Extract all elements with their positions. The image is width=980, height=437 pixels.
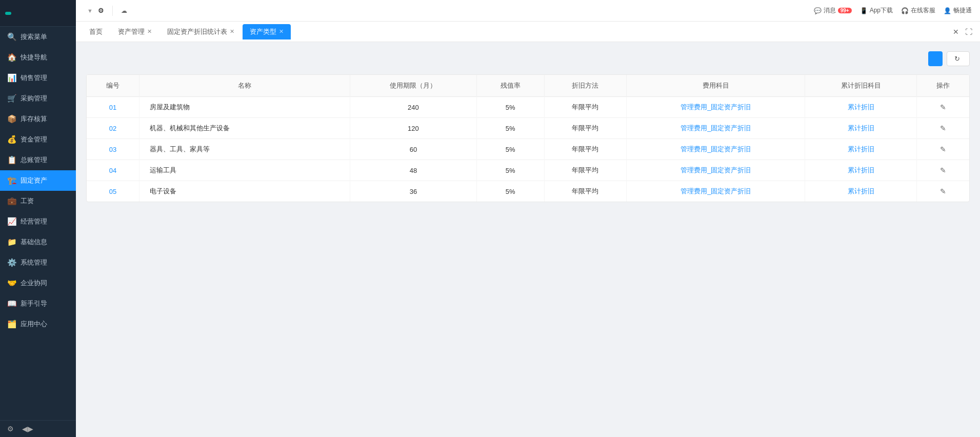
sidebar-label-sales: 销售管理 <box>21 73 47 83</box>
page-header: ↻ <box>86 51 970 66</box>
sidebar-footer: ⚙ ◀▶ <box>0 420 76 437</box>
customer-service-icon: 🎧 <box>901 7 909 14</box>
sidebar-item-operations[interactable]: 📈经营管理 <box>0 211 76 232</box>
purchase-icon: 🛒 <box>7 94 16 103</box>
col-header: 操作 <box>917 75 969 97</box>
app-download-item[interactable]: 📱 App下载 <box>860 6 893 15</box>
sidebar-item-salary[interactable]: 💼工资 <box>0 191 76 211</box>
cell-name: 房屋及建筑物 <box>139 97 350 118</box>
edit-icon[interactable]: ✎ <box>940 187 946 195</box>
cell-residual: 5% <box>476 139 544 160</box>
col-header: 累计折旧科目 <box>805 75 917 97</box>
cell-operation: ✎ <box>917 97 969 118</box>
topbar-divider <box>112 6 113 16</box>
search-icon: 🔍 <box>7 32 16 42</box>
cell-accum-subject: 累计折旧 <box>805 118 917 139</box>
close-tab-icon[interactable]: ✕ <box>951 26 961 37</box>
sidebar: 🔍搜索菜单🏠快捷导航📊销售管理🛒采购管理📦库存核算💰资金管理📋总账管理🏗️固定资… <box>0 0 76 437</box>
cell-operation: ✎ <box>917 160 969 181</box>
app-center-icon: 🗂️ <box>7 320 16 329</box>
cell-fee-subject: 管理费用_固定资产折旧 <box>627 181 805 202</box>
cell-residual: 5% <box>476 181 544 202</box>
cell-method: 年限平均 <box>544 118 627 139</box>
cell-period: 48 <box>350 160 476 181</box>
sidebar-item-fixed-assets[interactable]: 🏗️固定资产 <box>0 170 76 191</box>
sidebar-label-basic-info: 基础信息 <box>21 237 47 247</box>
sidebar-label-salary: 工资 <box>21 196 34 206</box>
content-area: ↻ 编号名称使用期限（月）残值率折旧方法费用科目累计折旧科目操作 01 房屋及建… <box>76 42 980 437</box>
topbar-right: 💬 消息 99 📱 App下载 🎧 在线客服 👤 畅捷通 <box>814 6 972 15</box>
cloud-icon: ☁ <box>121 7 127 14</box>
sidebar-label-enterprise: 企业协同 <box>21 279 47 288</box>
message-item[interactable]: 💬 消息 99 <box>814 6 852 15</box>
tab-label-asset-type: 资产类型 <box>250 27 276 36</box>
expand-tab-icon[interactable]: ⛶ <box>964 26 974 37</box>
page-actions: ↻ <box>928 51 970 66</box>
experience-button[interactable]: ☁ <box>121 7 130 14</box>
table-row: 03 器具、工具、家具等 60 5% 年限平均 管理费用_固定资产折旧 累计折旧… <box>87 139 969 160</box>
tabs-controls: ✕ ⛶ <box>951 26 974 37</box>
tab-close-asset-type[interactable]: ✕ <box>279 28 284 35</box>
sidebar-item-fund[interactable]: 💰资金管理 <box>0 129 76 150</box>
guide-icon: 📖 <box>7 299 16 308</box>
sidebar-item-system[interactable]: ⚙️系统管理 <box>0 252 76 273</box>
col-header: 折旧方法 <box>544 75 627 97</box>
sidebar-item-app-center[interactable]: 🗂️应用中心 <box>0 314 76 334</box>
sidebar-label-search: 搜索菜单 <box>21 32 47 42</box>
sidebar-item-search[interactable]: 🔍搜索菜单 <box>0 27 76 47</box>
sidebar-item-sales[interactable]: 📊销售管理 <box>0 68 76 88</box>
table-body: 01 房屋及建筑物 240 5% 年限平均 管理费用_固定资产折旧 累计折旧 ✎… <box>87 97 969 202</box>
refresh-button[interactable]: ↻ <box>947 51 970 66</box>
message-badge: 99 <box>838 8 852 13</box>
tab-asset-type[interactable]: 资产类型✕ <box>243 24 291 39</box>
sidebar-item-purchase[interactable]: 🛒采购管理 <box>0 88 76 109</box>
cell-accum-subject: 累计折旧 <box>805 139 917 160</box>
cell-accum-subject: 累计折旧 <box>805 181 917 202</box>
sidebar-item-inventory[interactable]: 📦库存核算 <box>0 109 76 129</box>
sidebar-label-guide: 新手引导 <box>21 299 47 308</box>
settings-icon[interactable]: ⚙ <box>7 425 14 433</box>
user-item[interactable]: 👤 畅捷通 <box>944 6 972 15</box>
table-row: 04 运输工具 48 5% 年限平均 管理费用_固定资产折旧 累计折旧 ✎ <box>87 160 969 181</box>
table-row: 01 房屋及建筑物 240 5% 年限平均 管理费用_固定资产折旧 累计折旧 ✎ <box>87 97 969 118</box>
cell-code: 05 <box>87 181 139 202</box>
refresh-icon: ↻ <box>954 55 960 63</box>
cell-operation: ✎ <box>917 139 969 160</box>
cell-residual: 5% <box>476 97 544 118</box>
tab-close-asset-mgmt[interactable]: ✕ <box>147 28 152 35</box>
module-selector[interactable]: ▼ <box>84 8 93 14</box>
table-row: 05 电子设备 36 5% 年限平均 管理费用_固定资产折旧 累计折旧 ✎ <box>87 181 969 202</box>
tab-home[interactable]: 首页 <box>82 24 110 39</box>
sidebar-label-purchase: 采购管理 <box>21 94 47 103</box>
tab-depreciation-stat[interactable]: 固定资产折旧统计表✕ <box>160 24 242 39</box>
sidebar-item-enterprise[interactable]: 🤝企业协同 <box>0 273 76 293</box>
tab-asset-mgmt[interactable]: 资产管理✕ <box>111 24 159 39</box>
sidebar-item-ledger[interactable]: 📋总账管理 <box>0 150 76 170</box>
edit-icon[interactable]: ✎ <box>940 103 946 111</box>
edit-icon[interactable]: ✎ <box>940 124 946 132</box>
col-header: 名称 <box>139 75 350 97</box>
asset-type-table: 编号名称使用期限（月）残值率折旧方法费用科目累计折旧科目操作 01 房屋及建筑物… <box>87 75 969 202</box>
app-download-icon: 📱 <box>860 7 868 14</box>
cell-name: 器具、工具、家具等 <box>139 139 350 160</box>
sidebar-item-guide[interactable]: 📖新手引导 <box>0 293 76 314</box>
sidebar-label-system: 系统管理 <box>21 258 47 267</box>
edit-icon[interactable]: ✎ <box>940 145 946 153</box>
tab-close-depreciation-stat[interactable]: ✕ <box>230 28 234 35</box>
new-button[interactable] <box>928 51 943 66</box>
col-header: 残值率 <box>476 75 544 97</box>
sidebar-item-basic-info[interactable]: 📁基础信息 <box>0 232 76 252</box>
cell-name: 电子设备 <box>139 181 350 202</box>
sidebar-label-app-center: 应用中心 <box>21 320 47 329</box>
table-header: 编号名称使用期限（月）残值率折旧方法费用科目累计折旧科目操作 <box>87 75 969 97</box>
cell-operation: ✎ <box>917 181 969 202</box>
customer-service-item[interactable]: 🎧 在线客服 <box>901 6 935 15</box>
sidebar-item-nav[interactable]: 🏠快捷导航 <box>0 47 76 68</box>
cell-code: 02 <box>87 118 139 139</box>
enterprise-icon: 🤝 <box>7 279 16 288</box>
module-settings-icon[interactable]: ⚙ <box>98 7 104 14</box>
main-area: ▼ ⚙ ☁ 💬 消息 99 📱 App下载 🎧 在线客服 👤 畅捷 <box>76 0 980 437</box>
collapse-icon[interactable]: ◀▶ <box>22 425 33 433</box>
edit-icon[interactable]: ✎ <box>940 166 946 174</box>
cell-operation: ✎ <box>917 118 969 139</box>
